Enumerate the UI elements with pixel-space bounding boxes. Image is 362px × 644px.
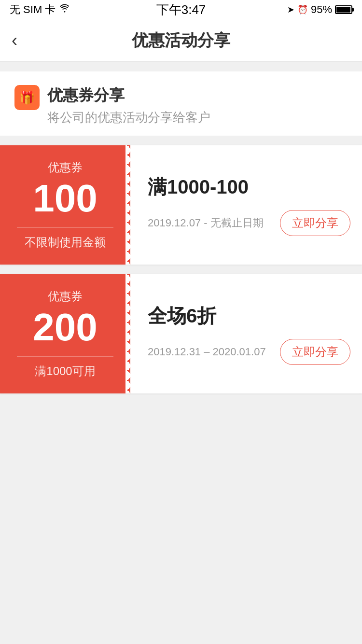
coupon-amount-1: 200 <box>33 308 97 347</box>
coupon-meta-0: 2019.12.07 - 无截止日期 立即分享 <box>148 210 350 236</box>
nav-bar: ‹ 优惠活动分享 <box>0 19 362 62</box>
section-header: 🎁 优惠券分享 将公司的优惠活动分享给客户 <box>0 71 362 136</box>
status-left: 无 SIM 卡 <box>10 2 70 17</box>
empty-area <box>0 408 362 644</box>
coupon-right-1: 全场6折 2019.12.31 – 2020.01.07 立即分享 <box>130 274 362 393</box>
wifi-icon <box>59 3 70 16</box>
location-icon: ➤ <box>287 4 294 15</box>
coupon-label-0: 优惠券 <box>48 160 83 175</box>
coupon-card: 优惠券 200 满1000可用 全场6折 2019.12.31 – 2020.0… <box>0 274 362 393</box>
coupon-left-1: 优惠券 200 满1000可用 <box>0 274 130 393</box>
coupon-label-1: 优惠券 <box>48 289 83 304</box>
coupon-condition-1: 满1000可用 <box>35 364 95 379</box>
section-text: 优惠券分享 将公司的优惠活动分享给客户 <box>47 85 210 126</box>
coupon-left-0: 优惠券 100 不限制使用金额 <box>0 145 130 265</box>
coupon-condition-0: 不限制使用金额 <box>25 235 106 250</box>
carrier-text: 无 SIM 卡 <box>10 2 56 17</box>
status-right: ➤ ⏰ 95% <box>287 3 352 16</box>
status-time: 下午3:47 <box>156 1 206 18</box>
coupon-divider-1 <box>17 356 113 357</box>
battery-percentage: 95% <box>311 3 332 16</box>
coupon-meta-1: 2019.12.31 – 2020.01.07 立即分享 <box>148 339 350 365</box>
coupon-name-1: 全场6折 <box>148 303 350 329</box>
coupon-amount-0: 100 <box>33 179 97 218</box>
page-title: 优惠活动分享 <box>132 29 230 52</box>
coupon-date-1: 2019.12.31 – 2020.01.07 <box>148 346 266 358</box>
coupon-date-0: 2019.12.07 - 无截止日期 <box>148 216 264 230</box>
coupon-divider-0 <box>17 227 113 228</box>
back-button[interactable]: ‹ <box>12 30 17 51</box>
status-bar: 无 SIM 卡 下午3:47 ➤ ⏰ 95% <box>0 0 362 19</box>
coupon-right-0: 满1000-100 2019.12.07 - 无截止日期 立即分享 <box>130 145 362 265</box>
coupon-card: 优惠券 100 不限制使用金额 满1000-100 2019.12.07 - 无… <box>0 145 362 265</box>
share-button-0[interactable]: 立即分享 <box>280 210 350 236</box>
section-title: 优惠券分享 <box>47 85 210 106</box>
coupon-share-icon: 🎁 <box>14 85 40 110</box>
coupon-list: 优惠券 100 不限制使用金额 满1000-100 2019.12.07 - 无… <box>0 145 362 408</box>
section-subtitle: 将公司的优惠活动分享给客户 <box>47 109 210 126</box>
alarm-icon: ⏰ <box>297 4 308 15</box>
share-button-1[interactable]: 立即分享 <box>280 339 350 365</box>
coupon-name-0: 满1000-100 <box>148 174 350 200</box>
battery-icon <box>335 5 352 14</box>
